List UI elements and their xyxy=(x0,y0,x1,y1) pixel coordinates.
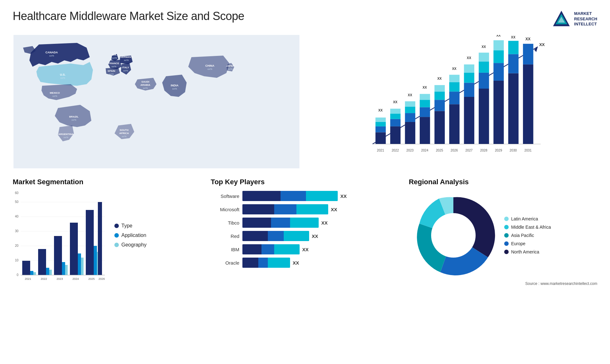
svg-text:xx%: xx% xyxy=(60,77,65,79)
svg-text:2021: 2021 xyxy=(25,277,31,280)
regional-container: Latin America Middle East & Africa Asia … xyxy=(409,191,597,280)
svg-text:SPAIN: SPAIN xyxy=(108,70,115,72)
svg-text:MEXICO: MEXICO xyxy=(50,91,60,94)
svg-text:10: 10 xyxy=(15,259,19,262)
player-name-oracle: Oracle xyxy=(211,260,239,266)
bar-seg2-ibm xyxy=(261,244,274,254)
page-title: Healthcare Middleware Market Size and Sc… xyxy=(13,10,244,23)
player-name-microsoft: Microsoft xyxy=(211,207,239,212)
svg-rect-132 xyxy=(86,210,94,275)
player-bar-oracle: XX xyxy=(242,258,399,268)
regional-pie-svg xyxy=(409,191,498,280)
player-val-red: XX xyxy=(312,233,318,239)
regional-title: Regional Analysis xyxy=(409,178,597,186)
svg-text:U.S.: U.S. xyxy=(60,73,66,76)
svg-rect-77 xyxy=(464,73,474,83)
legend-dot-geography xyxy=(114,243,119,247)
svg-text:JAPAN: JAPAN xyxy=(226,64,234,67)
svg-rect-95 xyxy=(508,41,519,54)
svg-rect-40 xyxy=(376,126,386,132)
bar-seg3-oracle xyxy=(268,258,290,268)
segmentation-container: 0 10 20 30 40 50 60 2021 xyxy=(13,191,201,280)
svg-rect-93 xyxy=(508,73,519,144)
reg-dot-europe xyxy=(504,241,509,246)
svg-text:CANADA: CANADA xyxy=(45,51,58,54)
svg-rect-126 xyxy=(65,265,68,275)
bar-seg3-software xyxy=(306,191,338,201)
bar-seg2-oracle xyxy=(258,258,268,268)
segmentation-section: Market Segmentation 0 10 20 30 40 50 60 xyxy=(13,178,201,286)
svg-rect-99 xyxy=(523,44,533,64)
svg-rect-122 xyxy=(49,270,52,275)
logo: MARKET RESEARCH INTELLECT xyxy=(552,10,597,29)
svg-text:2026: 2026 xyxy=(98,277,105,280)
svg-text:xx%: xx% xyxy=(172,87,177,90)
svg-rect-94 xyxy=(508,54,519,73)
svg-text:xx%: xx% xyxy=(122,135,126,138)
svg-rect-87 xyxy=(493,81,504,144)
player-val-ibm: XX xyxy=(302,247,308,252)
bottom-row: Market Segmentation 0 10 20 30 40 50 60 xyxy=(13,178,597,286)
svg-rect-64 xyxy=(435,100,445,111)
legend-label-application: Application xyxy=(121,233,146,238)
svg-text:XX: XX xyxy=(437,77,442,80)
player-val-software: XX xyxy=(340,193,347,199)
reg-label-latin-america: Latin America xyxy=(511,216,538,221)
svg-point-140 xyxy=(431,213,476,258)
svg-text:0: 0 xyxy=(17,273,18,277)
svg-rect-84 xyxy=(479,53,489,62)
svg-rect-124 xyxy=(54,236,62,275)
reg-dot-middle-east xyxy=(504,225,509,229)
bar-seg2-microsoft xyxy=(274,204,296,214)
svg-rect-83 xyxy=(479,62,489,73)
svg-text:XX: XX xyxy=(539,42,545,47)
key-players-title: Top Key Players xyxy=(211,178,399,186)
svg-rect-63 xyxy=(435,111,445,144)
legend-item-geography: Geography xyxy=(114,242,146,248)
svg-rect-57 xyxy=(420,117,430,144)
svg-text:SAUDI: SAUDI xyxy=(141,80,149,83)
svg-rect-72 xyxy=(449,75,460,82)
segmentation-legend: Type Application Geography xyxy=(114,223,146,248)
bar-seg1-oracle xyxy=(242,258,258,268)
logo-text: MARKET RESEARCH INTELLECT xyxy=(574,11,597,27)
player-val-oracle: XX xyxy=(293,260,299,266)
svg-text:XX: XX xyxy=(467,56,471,60)
logo-icon xyxy=(552,10,571,29)
legend-label-type: Type xyxy=(121,223,132,229)
svg-rect-82 xyxy=(479,73,489,89)
legend-item-application: Application xyxy=(114,233,146,238)
svg-text:GERMANY: GERMANY xyxy=(120,56,133,58)
svg-text:XX: XX xyxy=(452,67,457,71)
svg-rect-59 xyxy=(420,100,430,107)
reg-legend-middle-east: Middle East & Africa xyxy=(504,225,551,230)
svg-text:XX: XX xyxy=(393,100,397,104)
svg-text:30: 30 xyxy=(15,229,19,233)
svg-text:2026: 2026 xyxy=(451,149,458,152)
svg-rect-118 xyxy=(33,272,36,275)
player-row-red: Red XX xyxy=(211,231,399,241)
svg-rect-76 xyxy=(464,83,474,97)
svg-text:AFRICA: AFRICA xyxy=(119,132,129,135)
bar-seg1-microsoft xyxy=(242,204,274,214)
svg-rect-81 xyxy=(479,89,489,144)
svg-text:xx%: xx% xyxy=(123,69,128,72)
bar-chart-svg: XX XX 2021 XX 2022 xyxy=(313,35,597,159)
map-section: CANADA xx% U.S. xx% MEXICO xx% BRAZIL xx… xyxy=(13,35,300,168)
svg-rect-42 xyxy=(376,118,386,122)
svg-rect-46 xyxy=(390,119,401,126)
svg-rect-52 xyxy=(405,113,416,122)
player-row-microsoft: Microsoft XX xyxy=(211,204,399,214)
legend-item-type: Type xyxy=(114,223,146,229)
svg-rect-90 xyxy=(493,40,504,51)
bar-chart-container: XX XX 2021 XX 2022 xyxy=(310,35,597,168)
svg-text:xx%: xx% xyxy=(207,68,212,71)
svg-text:xx%: xx% xyxy=(52,95,57,98)
svg-text:U.K.: U.K. xyxy=(112,53,117,56)
svg-rect-41 xyxy=(376,122,386,126)
regional-section: Regional Analysis Latin Amer xyxy=(409,178,597,286)
svg-text:2024: 2024 xyxy=(421,149,429,152)
reg-dot-latin-america xyxy=(504,217,509,221)
svg-rect-54 xyxy=(405,101,416,107)
player-val-microsoft: XX xyxy=(331,207,337,212)
